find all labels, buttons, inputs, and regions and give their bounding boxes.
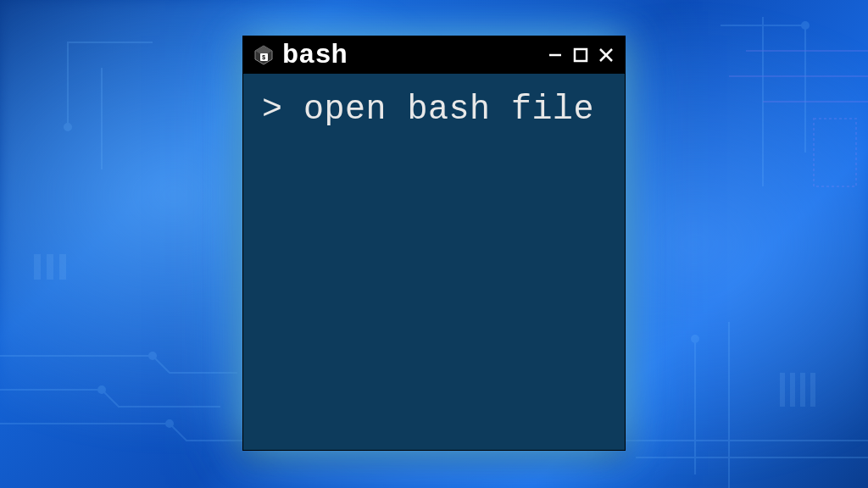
svg-rect-9 [59,254,66,280]
maximize-button[interactable] [570,45,591,65]
svg-rect-13 [810,373,815,407]
svg-rect-6 [814,119,856,186]
svg-point-4 [802,22,809,29]
window-titlebar[interactable]: $ bash [243,36,625,74]
prompt-symbol: > [262,91,283,129]
svg-rect-7 [34,254,41,280]
close-button[interactable] [596,45,616,65]
bash-shell-icon: $ [252,43,275,67]
svg-point-3 [64,124,71,130]
svg-rect-12 [800,373,805,407]
minimize-button[interactable] [545,45,565,65]
window-controls-group [545,45,616,65]
svg-rect-10 [780,373,785,407]
svg-text:$: $ [262,54,265,61]
svg-rect-11 [790,373,795,407]
command-input-text: open bash file [303,91,594,129]
svg-point-2 [166,420,173,427]
window-title: bash [282,40,538,71]
terminal-body[interactable]: > open bash file [243,74,625,450]
svg-rect-19 [575,49,587,61]
svg-point-5 [692,336,698,342]
svg-point-0 [149,352,156,359]
svg-rect-8 [47,254,53,280]
svg-point-1 [98,386,105,393]
terminal-window: $ bash > open bash file [242,36,626,451]
